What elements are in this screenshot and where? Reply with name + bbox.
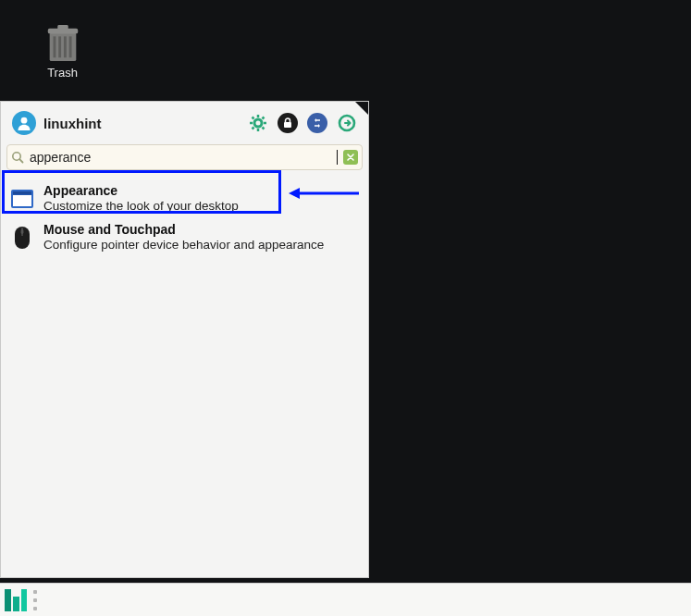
desktop-trash[interactable]: Trash <box>37 24 88 80</box>
svg-rect-30 <box>13 597 19 611</box>
switch-user-button[interactable] <box>307 113 327 133</box>
trash-label: Trash <box>37 66 88 80</box>
start-button[interactable] <box>0 584 31 617</box>
app-menu: linuxhint <box>0 101 369 578</box>
svg-line-16 <box>263 117 265 119</box>
search-box[interactable] <box>6 144 363 170</box>
clear-search-button[interactable] <box>343 150 358 165</box>
result-title: Appearance <box>43 183 239 198</box>
search-icon <box>11 151 24 164</box>
mouse-icon <box>10 226 34 250</box>
svg-rect-29 <box>5 589 11 611</box>
svg-rect-26 <box>21 229 24 234</box>
search-input[interactable] <box>30 150 339 165</box>
settings-button[interactable] <box>248 113 268 133</box>
logout-button[interactable] <box>337 113 357 133</box>
svg-rect-4 <box>68 36 71 57</box>
svg-rect-6 <box>57 25 68 30</box>
lock-icon <box>282 117 293 129</box>
svg-line-20 <box>19 159 22 162</box>
menu-header: linuxhint <box>1 102 368 142</box>
svg-rect-2 <box>58 36 61 57</box>
settings-icon <box>249 114 267 132</box>
result-desc: Configure pointer device behavior and ap… <box>43 238 324 252</box>
result-item-mouse[interactable]: Mouse and Touchpad Configure pointer dev… <box>1 218 368 257</box>
text-cursor <box>337 150 338 165</box>
appearance-icon <box>10 187 34 211</box>
svg-line-13 <box>253 117 254 119</box>
switch-icon <box>312 117 323 129</box>
result-title: Mouse and Touchpad <box>43 222 324 237</box>
svg-point-8 <box>254 119 262 127</box>
result-desc: Customize the look of your desktop <box>43 199 239 213</box>
lock-button[interactable] <box>278 113 298 133</box>
taskbar-handle[interactable] <box>32 590 40 610</box>
taskbar <box>0 583 691 616</box>
svg-rect-1 <box>53 36 56 57</box>
svg-rect-3 <box>63 36 66 57</box>
svg-rect-31 <box>21 589 27 611</box>
logout-icon <box>338 114 356 132</box>
manjaro-logo-icon <box>4 588 28 612</box>
search-row <box>1 142 368 176</box>
backspace-icon <box>346 153 355 162</box>
menu-corner-fold <box>355 102 368 115</box>
svg-line-15 <box>253 128 254 129</box>
trash-icon <box>44 24 81 63</box>
svg-rect-17 <box>284 122 291 128</box>
username-label: linuxhint <box>43 116 241 131</box>
user-icon <box>17 116 31 130</box>
avatar[interactable] <box>12 111 36 135</box>
results-list: Appearance Customize the look of your de… <box>1 176 368 257</box>
result-item-appearance[interactable]: Appearance Customize the look of your de… <box>1 179 368 218</box>
svg-line-14 <box>263 128 265 129</box>
svg-rect-22 <box>13 195 31 206</box>
svg-point-7 <box>21 117 28 124</box>
svg-rect-23 <box>13 191 31 195</box>
